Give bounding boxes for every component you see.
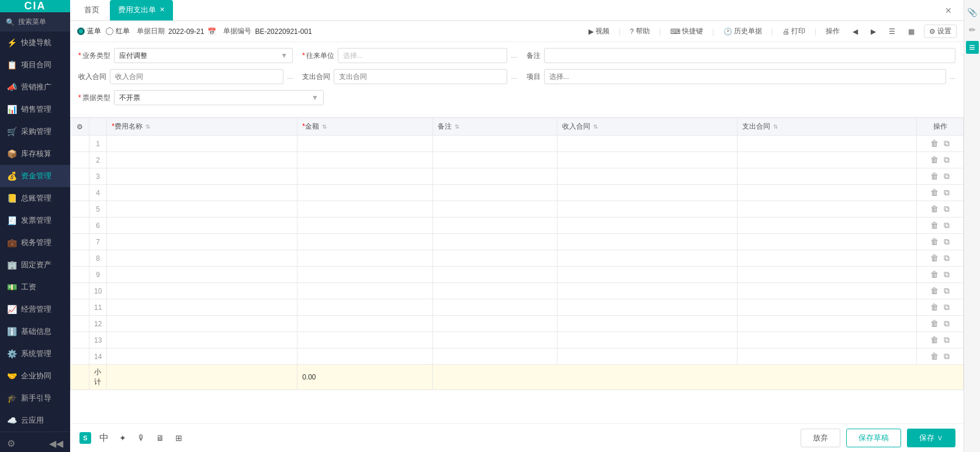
row-income-contract-cell[interactable] bbox=[557, 136, 737, 152]
right-panel-icon-3[interactable]: ≡ bbox=[966, 41, 979, 54]
row-expense-name-cell[interactable] bbox=[107, 168, 297, 185]
row-expense-contract-cell[interactable] bbox=[737, 250, 917, 267]
row-amount-cell[interactable] bbox=[297, 201, 433, 218]
delete-icon[interactable]: 🗑 bbox=[930, 237, 939, 246]
radio-blue-input[interactable] bbox=[77, 27, 85, 35]
row-expense-contract-cell[interactable] bbox=[737, 316, 917, 332]
row-amount-cell[interactable] bbox=[297, 316, 433, 332]
row-expense-contract-cell[interactable] bbox=[737, 168, 917, 185]
row-amount-cell[interactable] bbox=[297, 234, 433, 250]
delete-icon[interactable]: 🗑 bbox=[930, 319, 939, 328]
income-contract-dots[interactable]: ... bbox=[287, 73, 293, 81]
sidebar-item-fixed-assets[interactable]: 🏢 固定资产 bbox=[0, 254, 70, 276]
sidebar-item-base-info[interactable]: ℹ️ 基础信息 bbox=[0, 320, 70, 343]
row-expense-name-cell[interactable] bbox=[107, 332, 297, 349]
row-income-contract-cell[interactable] bbox=[557, 250, 737, 267]
row-expense-name-cell[interactable] bbox=[107, 316, 297, 332]
row-expense-name-cell[interactable] bbox=[107, 185, 297, 201]
row-expense-name-cell[interactable] bbox=[107, 136, 297, 152]
row-amount-cell[interactable] bbox=[297, 332, 433, 349]
view-list-btn[interactable]: ☰ bbox=[885, 26, 899, 37]
sidebar-item-ledger[interactable]: 📒 总账管理 bbox=[0, 187, 70, 209]
row-expense-name-cell[interactable] bbox=[107, 234, 297, 250]
calendar-icon[interactable]: 📅 bbox=[207, 27, 216, 36]
row-amount-cell[interactable] bbox=[297, 267, 433, 283]
to-unit-dots[interactable]: ... bbox=[511, 51, 517, 60]
row-expense-name-cell[interactable] bbox=[107, 283, 297, 299]
help-btn[interactable]: ? 帮助 bbox=[626, 25, 653, 37]
row-expense-contract-cell[interactable] bbox=[737, 201, 917, 218]
sidebar-item-guide[interactable]: 🎓 新手引导 bbox=[0, 387, 70, 409]
row-expense-contract-cell[interactable] bbox=[737, 136, 917, 152]
to-unit-select[interactable]: 选择... bbox=[338, 48, 508, 63]
row-expense-contract-cell[interactable] bbox=[737, 283, 917, 299]
settings-button[interactable]: ⚙ 设置 bbox=[924, 25, 957, 38]
sort-icon[interactable]: ⇅ bbox=[455, 123, 459, 130]
expense-contract-input[interactable] bbox=[334, 69, 507, 84]
biz-type-select[interactable]: 应付调整 ▼ bbox=[114, 48, 293, 63]
delete-icon[interactable]: 🗑 bbox=[930, 220, 939, 230]
copy-icon[interactable]: ⧉ bbox=[944, 335, 950, 344]
sidebar-item-marketing[interactable]: 📣 营销推广 bbox=[0, 76, 70, 98]
operate-btn[interactable]: 操作 bbox=[822, 25, 843, 37]
bottom-icon-2[interactable]: ✦ bbox=[116, 431, 130, 445]
row-income-contract-cell[interactable] bbox=[557, 185, 737, 201]
radio-blue-label[interactable]: 蓝单 bbox=[77, 26, 101, 36]
nav-prev-btn[interactable]: ◀ bbox=[849, 26, 861, 37]
row-income-contract-cell[interactable] bbox=[557, 349, 737, 365]
delete-icon[interactable]: 🗑 bbox=[930, 270, 939, 279]
row-expense-contract-cell[interactable] bbox=[737, 299, 917, 316]
row-note-cell[interactable] bbox=[432, 185, 557, 201]
settings-icon[interactable]: ⚙ bbox=[7, 438, 15, 449]
delete-icon[interactable]: 🗑 bbox=[930, 351, 939, 361]
sort-icon[interactable]: ⇅ bbox=[773, 123, 778, 130]
row-amount-cell[interactable] bbox=[297, 250, 433, 267]
discard-button[interactable]: 放弃 bbox=[801, 429, 840, 447]
print-btn[interactable]: 🖨 打印 bbox=[779, 25, 809, 37]
delete-icon[interactable]: 🗑 bbox=[930, 253, 939, 263]
row-note-cell[interactable] bbox=[432, 218, 557, 234]
row-amount-cell[interactable] bbox=[297, 168, 433, 185]
delete-icon[interactable]: 🗑 bbox=[930, 335, 939, 344]
delete-icon[interactable]: 🗑 bbox=[930, 155, 939, 164]
save-draft-button[interactable]: 保存草稿 bbox=[846, 429, 901, 447]
invoice-type-select[interactable]: 不开票 ▼ bbox=[114, 90, 324, 105]
row-note-cell[interactable] bbox=[432, 349, 557, 365]
row-amount-cell[interactable] bbox=[297, 283, 433, 299]
copy-icon[interactable]: ⧉ bbox=[944, 237, 950, 246]
row-note-cell[interactable] bbox=[432, 168, 557, 185]
nav-next-btn[interactable]: ▶ bbox=[867, 26, 879, 37]
row-income-contract-cell[interactable] bbox=[557, 234, 737, 250]
sidebar-item-enterprise[interactable]: 🤝 企业协同 bbox=[0, 365, 70, 387]
col-settings[interactable]: ⚙ bbox=[71, 118, 89, 136]
copy-icon[interactable]: ⧉ bbox=[944, 270, 950, 279]
col-note[interactable]: 备注 ⇅ bbox=[432, 118, 557, 136]
row-expense-name-cell[interactable] bbox=[107, 218, 297, 234]
sidebar-item-sales[interactable]: 📊 销售管理 bbox=[0, 98, 70, 120]
shortcut-btn[interactable]: ⌨ 快捷键 bbox=[667, 25, 707, 37]
radio-red-label[interactable]: 红单 bbox=[106, 26, 130, 36]
tab-expense-close[interactable]: ✕ bbox=[160, 6, 165, 13]
copy-icon[interactable]: ⧉ bbox=[944, 286, 950, 295]
row-note-cell[interactable] bbox=[432, 316, 557, 332]
row-expense-contract-cell[interactable] bbox=[737, 152, 917, 168]
row-note-cell[interactable] bbox=[432, 250, 557, 267]
sidebar-item-quick-nav[interactable]: ⚡ 快捷导航 bbox=[0, 32, 70, 54]
row-note-cell[interactable] bbox=[432, 332, 557, 349]
row-expense-name-cell[interactable] bbox=[107, 299, 297, 316]
copy-icon[interactable]: ⧉ bbox=[944, 204, 950, 213]
copy-icon[interactable]: ⧉ bbox=[944, 171, 950, 181]
row-expense-name-cell[interactable] bbox=[107, 349, 297, 365]
bottom-icon-5[interactable]: ⊞ bbox=[172, 431, 186, 445]
row-expense-name-cell[interactable] bbox=[107, 152, 297, 168]
sidebar-item-ops[interactable]: 📈 经营管理 bbox=[0, 298, 70, 320]
tab-expense[interactable]: 费用支出单 ✕ bbox=[110, 0, 173, 20]
col-amount[interactable]: *金额 ⇅ bbox=[297, 118, 433, 136]
row-expense-contract-cell[interactable] bbox=[737, 332, 917, 349]
row-amount-cell[interactable] bbox=[297, 299, 433, 316]
row-income-contract-cell[interactable] bbox=[557, 283, 737, 299]
row-expense-contract-cell[interactable] bbox=[737, 349, 917, 365]
delete-icon[interactable]: 🗑 bbox=[930, 302, 939, 312]
row-note-cell[interactable] bbox=[432, 267, 557, 283]
row-note-cell[interactable] bbox=[432, 234, 557, 250]
